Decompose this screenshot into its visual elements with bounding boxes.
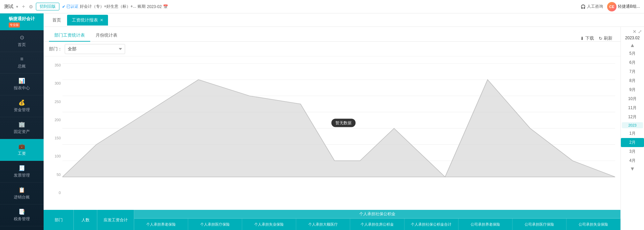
user-name: 轻捷通B组... <box>618 4 640 9</box>
sidebar-label-sales-ledger: 进销台账 <box>14 194 30 200</box>
refresh-icon: ↻ <box>599 36 602 41</box>
month-6[interactable]: 6月 <box>621 58 644 67</box>
period-label: 账期 <box>138 4 146 9</box>
group-header-social: 个人承担社保公积金 <box>134 210 621 219</box>
sidebar-label-reports: 报表中心 <box>14 85 30 91</box>
sidebar-item-sales-ledger[interactable]: 📋 进销台账 <box>0 183 44 204</box>
sub-col-company-unemployment: 公司承担失业保险 <box>567 219 621 230</box>
sidebar-label-home: 首页 <box>18 42 26 48</box>
month-4[interactable]: 4月 <box>621 156 644 165</box>
add-tab-button[interactable]: ＋ <box>21 3 26 10</box>
sidebar-item-ledger[interactable]: ≡ 总账 <box>0 52 44 74</box>
y-label-250: 250 <box>49 100 61 104</box>
certified-tag: ✔ 已认证 <box>62 4 78 9</box>
logo-text: 畅捷通好会计 <box>9 16 35 22</box>
main-layout: 畅捷通好会计 专业版 ⊙ 首页 ≡ 总账 📊 报表中心 💰 资金管理 🏢 固定资… <box>0 13 644 230</box>
top-header: 测试 ▾ ＋ ⚙ 切到旧版 ✔ 已认证 好会计（专）+好生意（标）+... 账期… <box>0 0 644 13</box>
nav-up-icon[interactable]: ▲ <box>621 42 644 49</box>
y-axis-labels: 350 300 250 200 150 100 50 0 <box>49 63 61 195</box>
user-button[interactable]: CE 轻捷通B组... <box>607 2 640 11</box>
month-10[interactable]: 10月 <box>621 94 644 103</box>
month-9[interactable]: 9月 <box>621 85 644 94</box>
sidebar-label-invoice: 发票管理 <box>14 173 30 178</box>
tab-salary-report[interactable]: 工资统计报表 ✕ <box>67 15 108 26</box>
chart-tooltip: 暂无数据 <box>331 119 356 127</box>
toolbar-actions: ⬇ 下载 ↻ 刷新 <box>580 35 615 41</box>
right-sidebar-controls: ✕ ⤢ <box>621 27 644 34</box>
tab-home-label: 首页 <box>52 17 61 23</box>
chevron-down-icon[interactable]: ▾ <box>16 4 18 9</box>
y-label-350: 350 <box>49 63 61 67</box>
sidebar-item-assets[interactable]: 🏢 固定资产 <box>0 117 44 139</box>
bottom-table-header: 部门 人数 应发工资合计 个人承担社保公积金 个人承担养老保险 <box>44 210 621 230</box>
year-label: 2023.02 <box>621 34 644 42</box>
y-label-50: 50 <box>49 173 61 177</box>
sidebar-item-tax[interactable]: 📑 税务管理 <box>0 204 44 226</box>
headset-icon: 🎧 <box>581 4 586 9</box>
table-col-group-social: 个人承担社保公积金 个人承担养老保险 个人承担医疗保险 个人承担失业保险 <box>134 210 621 230</box>
assets-icon: 🏢 <box>18 121 25 128</box>
close-panel-icon[interactable]: ✕ <box>633 29 637 34</box>
reports-icon: 📊 <box>18 78 25 84</box>
sidebar-item-invoice[interactable]: 🧾 发票管理 <box>0 161 44 183</box>
month-11[interactable]: 11月 <box>621 103 644 112</box>
sidebar-item-salary[interactable]: 💼 工资 <box>0 139 44 161</box>
month-2-active[interactable]: 2月 <box>621 138 644 147</box>
sub-col-company-medical: 公司承担医疗保险 <box>513 219 567 230</box>
nav-down-icon[interactable]: ▼ <box>621 165 644 173</box>
tab-close-icon[interactable]: ✕ <box>100 18 103 22</box>
finance-icon: 💰 <box>18 99 25 106</box>
month-5[interactable]: 5月 <box>621 49 644 58</box>
dept-select[interactable]: 全部 财务部 销售部 研发部 <box>65 44 125 54</box>
report-panel: 部门工资统计表 月份统计表 ⬇ 下载 ↻ 刷新 <box>44 27 621 230</box>
sidebar-item-close[interactable]: ⚖ 结账 <box>0 226 44 230</box>
sidebar-label-assets: 固定资产 <box>14 129 30 135</box>
sidebar: 畅捷通好会计 专业版 ⊙ 首页 ≡ 总账 📊 报表中心 💰 资金管理 🏢 固定资… <box>0 13 44 230</box>
download-button[interactable]: ⬇ 下载 <box>580 35 594 41</box>
logo-badge: 专业版 <box>9 22 20 28</box>
sidebar-item-reports[interactable]: 📊 报表中心 <box>0 74 44 95</box>
period-value: 2023-02 <box>147 4 162 9</box>
y-label-0: 0 <box>49 191 61 195</box>
y-label-200: 200 <box>49 118 61 122</box>
content-area: 首页 工资统计报表 ✕ 部门工资统计表 月份统计表 <box>44 13 644 230</box>
certified-icon: ✔ <box>62 4 65 9</box>
sidebar-item-finance[interactable]: 💰 资金管理 <box>0 95 44 117</box>
page-content: 部门工资统计表 月份统计表 ⬇ 下载 ↻ 刷新 <box>44 27 644 230</box>
service-button[interactable]: 🎧 人工咨询 <box>581 4 603 9</box>
download-icon: ⬇ <box>580 36 584 41</box>
refresh-button[interactable]: ↻ 刷新 <box>599 35 612 41</box>
extra-tags: 好会计（专）+好生意（标）+... <box>80 4 136 9</box>
sub-tab-dept[interactable]: 部门工资统计表 <box>49 30 90 42</box>
month-12[interactable]: 12月 <box>621 112 644 122</box>
dept-label: 部门： <box>49 46 62 52</box>
month-3[interactable]: 3月 <box>621 147 644 156</box>
sub-col-unemployment: 个人承担失业保险 <box>242 219 296 230</box>
group-subs: 个人承担养老保险 个人承担医疗保险 个人承担失业保险 个人承担大额医疗 <box>134 219 621 230</box>
expand-panel-icon[interactable]: ⤢ <box>638 29 642 34</box>
month-7[interactable]: 7月 <box>621 67 644 76</box>
year-badge: 2023 <box>622 122 643 128</box>
sub-col-medical: 个人承担医疗保险 <box>188 219 242 230</box>
gear-icon[interactable]: ⚙ <box>29 4 33 9</box>
month-8[interactable]: 8月 <box>621 76 644 85</box>
header-title: 测试 <box>4 4 13 10</box>
right-sidebar: ✕ ⤢ 2023.02 ▲ 5月 6月 7月 8月 9月 <box>621 27 644 230</box>
chart-area: 350 300 250 200 150 100 50 0 <box>44 56 621 210</box>
sidebar-label-tax: 税务管理 <box>14 216 30 222</box>
table-col-count: 人数 <box>74 210 97 230</box>
tax-icon: 📑 <box>18 209 25 215</box>
chart-svg <box>62 60 615 200</box>
tab-home[interactable]: 首页 <box>48 15 66 26</box>
sub-col-company-pension: 公司承担养老保险 <box>459 219 513 230</box>
calendar-icon[interactable]: 📅 <box>163 4 168 9</box>
month-1[interactable]: 1月 <box>621 129 644 138</box>
sub-col-housing-fund: 个人承担住房公积金 <box>350 219 404 230</box>
sub-tab-month[interactable]: 月份统计表 <box>90 30 123 42</box>
tab-bar: 首页 工资统计报表 ✕ <box>44 13 644 27</box>
sidebar-label-salary: 工资 <box>18 151 26 156</box>
switch-old-button[interactable]: 切到旧版 <box>36 3 59 10</box>
header-right: 🎧 人工咨询 CE 轻捷通B组... <box>581 2 640 11</box>
sidebar-item-home[interactable]: ⊙ 首页 <box>0 30 44 52</box>
sidebar-label-ledger: 总账 <box>18 63 26 69</box>
